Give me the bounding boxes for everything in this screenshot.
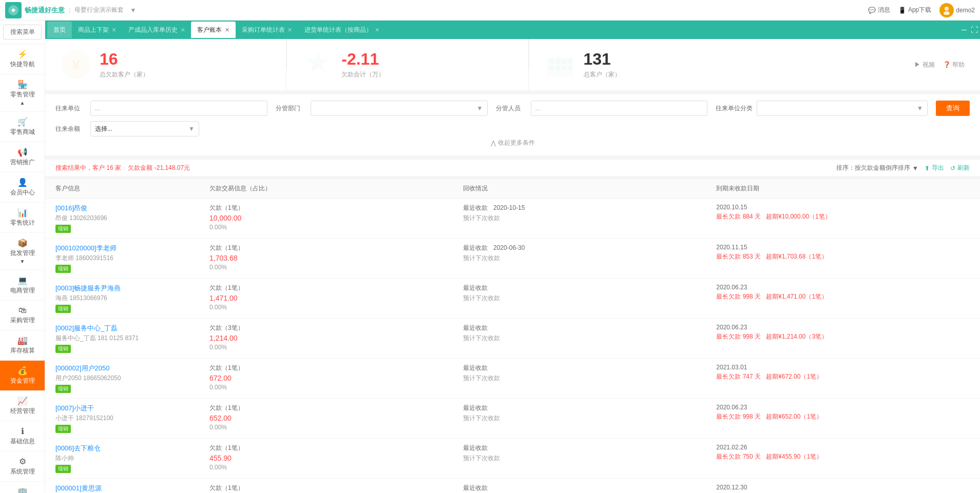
filter-select-laiwai-cat[interactable]: ▼ — [757, 101, 928, 116]
customer-info-0016: [0016]昂俊 昂俊 13026203696 现销 — [55, 204, 209, 233]
customer-info-0007: [0007]小迸干 小迸干 18279152100 现销 — [55, 404, 209, 433]
sidebar-item-qiye[interactable]: 🏢 企业协同 — [0, 482, 45, 493]
stat-label-debt: 欠款合计（万） — [341, 70, 385, 79]
sidebar-item-lingshou[interactable]: 🏪 零售管理 ▲ — [0, 74, 45, 112]
stat-label-total: 总客户（家） — [584, 70, 621, 79]
tab-close-products-off[interactable]: × — [112, 26, 116, 34]
chevron-down-fengbu: ▼ — [477, 105, 483, 112]
overdue-link-6[interactable]: 超期¥455.90（1笔） — [766, 453, 822, 460]
customer-info-000002: [000002]用户2050 用户2050 18665062050 现销 — [55, 364, 209, 393]
table-row: [000001]黄思源 黄思源 13552700226 现销 欠款（1笔） 42… — [45, 479, 980, 493]
sidebar-item-lingtj[interactable]: 📊 零售统计 — [0, 203, 45, 233]
sidebar-item-caigou[interactable]: 🛍 采购管理 — [0, 301, 45, 330]
tab-close-production-history[interactable]: × — [181, 26, 185, 34]
filter-input-fenren[interactable]: ... — [531, 101, 708, 116]
stat-info-debt: -2.11 欠款合计（万） — [341, 51, 385, 79]
customer-name-000001[interactable]: [000001]黄思源 — [55, 484, 209, 493]
shop-icon: 🛒 — [3, 117, 42, 127]
filter-label-laiwai-cat: 往来单位分类 — [716, 104, 753, 113]
sidebar-item-kucun[interactable]: 🏭 库存核算 — [0, 330, 45, 361]
sidebar-item-lingshop[interactable]: 🛒 零售商城 — [0, 112, 45, 142]
overdue-info-00010200001: 2020.11.15 最长欠款 853 天 超期¥1,703.68（1笔） — [716, 244, 970, 261]
sidebar-item-yingxiao[interactable]: 📢 营销推广 — [0, 142, 45, 172]
minimize-icon[interactable]: ─ — [962, 26, 967, 34]
sidebar-item-zijin[interactable]: 💰 资金管理 — [0, 361, 45, 391]
tab-home[interactable]: 首页 — [47, 22, 72, 38]
info-icon: ℹ — [3, 426, 42, 436]
customer-name-0003[interactable]: [0003]畅捷服务尹海燕 — [55, 284, 209, 293]
message-button[interactable]: 💬 消息 — [868, 6, 890, 14]
col-header-customer: 客户信息 — [55, 184, 209, 193]
sidebar-item-kuaijie[interactable]: ⚡ 快捷导航 — [0, 44, 45, 74]
overdue-link-0016[interactable]: 超期¥10,000.00（1笔） — [766, 213, 831, 220]
debt-amount-00010200001: 1,703.68 — [209, 254, 463, 262]
tab-customer-account[interactable]: 客户账本 × — [191, 22, 235, 38]
sidebar-item-huiyuan[interactable]: 👤 会员中心 — [0, 172, 45, 203]
query-button[interactable]: 查询 — [936, 101, 970, 116]
tab-purchase-order[interactable]: 采购订单统计表 × — [236, 22, 298, 38]
search-menu-button[interactable]: 搜索菜单 — [3, 25, 42, 40]
stat-number-total: 131 — [584, 51, 621, 67]
sidebar-item-jichuxinxi[interactable]: ℹ 基础信息 — [0, 421, 45, 451]
overdue-link-1[interactable]: 超期¥1,703.68（1笔） — [766, 253, 828, 260]
debt-percent-00010200001: 0.00% — [209, 264, 463, 271]
sidebar-item-dianshang[interactable]: 💻 电商管理 — [0, 270, 45, 301]
filter-select-balance[interactable]: 选择... ▼ — [90, 121, 199, 136]
stat-number-debt: -2.11 — [341, 51, 385, 67]
tab-close-purchase-order[interactable]: × — [288, 26, 292, 34]
table-row: [0001020000]李老师 李老师 18600391516 现销 欠款（1笔… — [45, 239, 980, 279]
overdue-link-3[interactable]: 超期¥1,214.00（3笔） — [766, 333, 828, 340]
sidebar-item-xitong[interactable]: ⚙ 系统管理 — [0, 451, 45, 482]
sort-selector[interactable]: 排序：按欠款金额倒序排序 ▼ — [836, 164, 918, 172]
filter-label-balance: 往来余额 — [55, 125, 86, 133]
debt-count-0016: 欠款（1笔） — [209, 204, 463, 212]
customer-name-000002[interactable]: [000002]用户2050 — [55, 364, 209, 373]
message-icon: 💬 — [868, 7, 876, 14]
customer-name-0016[interactable]: [0016]昂俊 — [55, 204, 209, 213]
stat-number-customers: 16 — [100, 51, 149, 67]
debt-info-00010200001: 欠款（1笔） 1,703.68 0.00% — [209, 244, 463, 271]
customer-name-0002[interactable]: [0002]服务中心_丁磊 — [55, 324, 209, 333]
overdue-link-5[interactable]: 超期¥652.00（1笔） — [766, 413, 822, 420]
sidebar-item-jingying[interactable]: 📈 经营管理 — [0, 391, 45, 421]
customer-contact-0003: 海燕 18513066976 — [55, 294, 209, 303]
stat-card-customers: ¥ 16 总欠款客户（家） — [45, 39, 286, 90]
table-row: [000002]用户2050 用户2050 18665062050 现销 欠款（… — [45, 359, 980, 399]
stat-card-right-actions: ▶ 视频 ❓ 帮助 — [914, 61, 965, 69]
customer-name-00010200001[interactable]: [0001020000]李老师 — [55, 244, 209, 253]
svg-rect-10 — [550, 66, 554, 70]
debt-amount-0016: 10,000.00 — [209, 214, 463, 222]
tab-production-history[interactable]: 产成品入库单历史 × — [122, 22, 191, 38]
tab-close-customer-account[interactable]: × — [225, 26, 229, 34]
sidebar-item-pifagl[interactable]: 📦 批发管理 ▼ — [0, 233, 45, 270]
user-profile[interactable]: demo2 — [939, 3, 975, 17]
collapse-button[interactable]: ⋀ 收起更多条件 — [55, 136, 970, 149]
overdue-detail-0016: 最长欠款 884 天 超期¥10,000.00（1笔） — [716, 212, 970, 221]
member-icon: 👤 — [3, 178, 42, 187]
filter-select-fengbu[interactable]: ▼ — [311, 101, 488, 116]
customer-name-0007[interactable]: [0007]小迸干 — [55, 404, 209, 413]
tab-close-stock-stats[interactable]: × — [375, 26, 379, 34]
customer-contact-00010200001: 李老师 18600391516 — [55, 254, 209, 263]
filter-input-laiwai-unit[interactable]: ... — [90, 101, 267, 116]
app-download-button[interactable]: 📱 App下载 — [898, 6, 931, 14]
overdue-link-2[interactable]: 超期¥1,471.00（1笔） — [766, 293, 828, 300]
video-button[interactable]: ▶ 视频 — [914, 61, 934, 69]
filter-item-laiwai-cat: 往来单位分类 ▼ — [716, 101, 928, 116]
tab-stock-stats[interactable]: 进货单统计表（按商品） × — [298, 22, 386, 38]
sort-label: 排序：按欠款金额倒序排序 — [836, 164, 910, 172]
svg-rect-7 — [556, 60, 560, 64]
lightning-icon: ⚡ — [3, 49, 42, 59]
help-button[interactable]: ❓ 帮助 — [943, 61, 965, 69]
table-header: 客户信息 欠款交易信息（占比） 回收情况 到期未收款日期 — [45, 179, 980, 199]
overdue-link-4[interactable]: 超期¥672.00（1笔） — [766, 373, 822, 380]
customer-name-0006[interactable]: [0006]去下粮仓 — [55, 444, 209, 453]
maximize-icon[interactable]: ⛶ — [971, 26, 978, 34]
tab-products-off[interactable]: 商品上下架 × — [72, 22, 122, 38]
customer-tag-00010200001: 现销 — [55, 265, 71, 273]
chevron-down-laiwai-cat: ▼ — [917, 105, 923, 112]
result-info: 搜索结果中，客户 16 家 欠款金额 -21,148.07元 — [55, 164, 190, 172]
refresh-button[interactable]: ↺ 刷新 — [950, 164, 970, 172]
export-button[interactable]: ⬆ 导出 — [925, 164, 944, 172]
customer-tag-0003: 现销 — [55, 305, 71, 313]
